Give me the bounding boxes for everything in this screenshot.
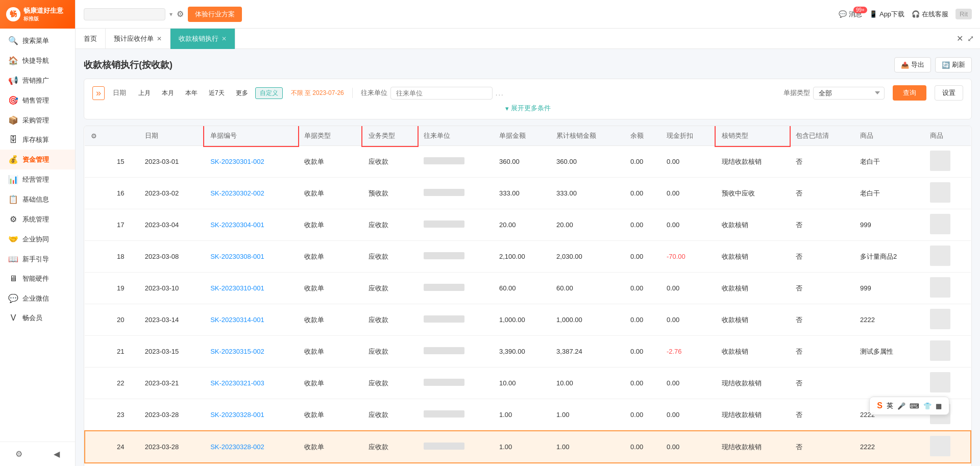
doc-no-link[interactable]: SK-20230301-002	[210, 158, 264, 165]
sidebar-item-inventory[interactable]: 🗄 库存核算	[0, 130, 75, 150]
sidebar-item-nav[interactable]: 🏠 快捷导航	[0, 51, 75, 70]
filter-expand-icon[interactable]: »	[92, 86, 105, 100]
sidebar-item-hardware[interactable]: 🖥 智能硬件	[0, 269, 75, 288]
col-no	[111, 126, 139, 146]
cell-no: 21	[111, 336, 139, 367]
tab-close-btn[interactable]: ✕	[957, 34, 963, 43]
query-button[interactable]: 查询	[893, 85, 926, 101]
doc-no-link[interactable]: SK-20230328-002	[210, 443, 264, 451]
cell-include-settled: 否	[790, 399, 854, 431]
sidebar-item-operation[interactable]: 📊 经营管理	[0, 169, 75, 189]
keyboard-icon[interactable]: ⌨	[910, 402, 919, 410]
cell-date: 2023-03-28	[139, 399, 204, 431]
app-download-btn[interactable]: 📱 App下载	[869, 10, 904, 19]
tab-prepay[interactable]: 预计应收付单 ✕	[106, 29, 170, 49]
doc-no-link[interactable]: SK-20230315-002	[210, 348, 264, 355]
last-month-btn[interactable]: 上月	[134, 87, 155, 99]
cell-balance: 0.00	[624, 209, 660, 241]
col-settings[interactable]: ⚙	[85, 126, 111, 146]
cell-doc-type: 红字收款单	[298, 463, 362, 466]
refresh-button[interactable]: 🔄 刷新	[935, 57, 972, 72]
online-service-btn[interactable]: 🎧 在线客服	[912, 10, 948, 19]
doc-no-link[interactable]: SK-20230328-001	[210, 411, 264, 419]
shirt-icon[interactable]: 👕	[923, 402, 932, 410]
doc-no-link[interactable]: SK-20230310-001	[210, 284, 264, 292]
settings-icon[interactable]: ⚙	[177, 9, 184, 19]
sidebar-item-sales[interactable]: 🎯 销售管理	[0, 90, 75, 110]
sidebar-label-purchase: 采购管理	[22, 116, 49, 125]
refresh-icon: 🔄	[942, 61, 950, 69]
collection-tab-close[interactable]: ✕	[222, 35, 227, 42]
doc-no-link[interactable]: SK-20230314-001	[210, 316, 264, 324]
custom-date-btn[interactable]: 自定义	[255, 87, 283, 99]
cell-no: 17	[111, 209, 139, 241]
message-btn[interactable]: 💬 消息 99+	[839, 10, 862, 19]
table-row[interactable]: 15 2023-03-01 SK-20230301-002 收款单 应收款 36…	[85, 146, 971, 178]
cell-writeoff: -2,430.00	[550, 463, 624, 466]
sidebar-item-vip[interactable]: V 畅会员	[0, 308, 75, 328]
sidebar-item-wechat[interactable]: 💬 企业微信	[0, 288, 75, 308]
tab-home[interactable]: 首页	[76, 29, 106, 49]
more-date-btn[interactable]: 更多	[232, 87, 252, 99]
unit-filter-more-btn[interactable]: ...	[496, 89, 504, 97]
cell-balance: 0.00	[624, 304, 660, 336]
expand-more-btn[interactable]: ▾ 展开更多条件	[92, 101, 963, 113]
table-row[interactable]: 16 2023-03-02 SK-20230302-002 收款单 预收款 33…	[85, 178, 971, 209]
cell-writeoff: 333.00	[550, 178, 624, 209]
sidebar-item-marketing[interactable]: 📢 营销推广	[0, 70, 75, 90]
search-input[interactable]	[84, 8, 165, 20]
doc-no-link[interactable]: SK-20230308-001	[210, 253, 264, 260]
cell-writeoff: 1.00	[550, 431, 624, 463]
cell-doc-no: SK-20230315-002	[204, 336, 298, 367]
cell-no: 24	[111, 431, 139, 463]
table-row[interactable]: 17 2023-03-04 SK-20230304-001 收款单 应收款 20…	[85, 209, 971, 241]
doc-no-link[interactable]: SK-20230304-001	[210, 221, 264, 229]
main-area: ▾ ⚙ 体验行业方案 💬 消息 99+ 📱 App下载 🎧 在线客服 Rit 首…	[76, 0, 980, 466]
refresh-label: 刷新	[952, 60, 965, 69]
sidebar-item-basic[interactable]: 📋 基础信息	[0, 189, 75, 209]
prepay-tab-close[interactable]: ✕	[157, 35, 162, 42]
sidebar-label-enterprise: 企业协同	[22, 235, 49, 244]
cell-biz-type: 应收款	[362, 241, 418, 273]
table-row[interactable]: 22 2023-03-21 SK-20230321-003 收款单 应收款 10…	[85, 367, 971, 399]
mic-icon[interactable]: 🎤	[897, 402, 905, 410]
grid-icon[interactable]: ▦	[936, 402, 942, 410]
watermark-text: 英	[887, 401, 893, 410]
sidebar-item-finance[interactable]: 💰 资金管理	[0, 150, 75, 169]
type-filter-select[interactable]: 全部 收款单 红字收款单	[813, 87, 885, 100]
collapse-btn[interactable]: ◀	[51, 446, 63, 462]
unit-filter-input[interactable]	[390, 87, 493, 100]
export-button[interactable]: 📤 导出	[894, 57, 931, 72]
table-row[interactable]: 20 2023-03-14 SK-20230314-001 收款单 应收款 1,…	[85, 304, 971, 336]
cell-amount: 333.00	[493, 178, 550, 209]
table-row[interactable]: 24 2023-03-28 SK-20230328-002 收款单 应收款 1.…	[85, 431, 971, 463]
settings-footer-btn[interactable]: ⚙	[12, 446, 26, 462]
tab-collection[interactable]: 收款核销执行 ✕	[170, 29, 235, 49]
doc-no-link[interactable]: SK-20230302-002	[210, 189, 264, 197]
user-avatar[interactable]: Rit	[955, 9, 972, 19]
doc-no-link[interactable]: SK-20230321-003	[210, 379, 264, 387]
table-row[interactable]: 18 2023-03-08 SK-20230308-001 收款单 应收款 2,…	[85, 241, 971, 273]
page-content: 收款核销执行(按收款) 📤 导出 🔄 刷新 » 日期 上月	[76, 49, 980, 466]
sidebar-item-purchase[interactable]: 📦 采购管理	[0, 110, 75, 130]
solution-button[interactable]: 体验行业方案	[188, 7, 242, 22]
sidebar-item-guide[interactable]: 📖 新手引导	[0, 249, 75, 269]
dropdown-arrow-icon[interactable]: ▾	[169, 11, 173, 18]
this-year-btn[interactable]: 本年	[181, 87, 202, 99]
table-row[interactable]: 19 2023-03-10 SK-20230310-001 收款单 应收款 60…	[85, 273, 971, 304]
sidebar-item-search[interactable]: 🔍 搜索菜单	[0, 31, 75, 51]
last7-btn[interactable]: 近7天	[205, 87, 229, 99]
cell-goods: 测试jun	[854, 463, 924, 466]
tab-expand-btn[interactable]: ⤢	[967, 34, 974, 43]
cell-doc-type: 收款单	[298, 431, 362, 463]
filter-settings-button[interactable]: 设置	[935, 85, 963, 101]
sidebar-item-enterprise[interactable]: 🤝 企业协同	[0, 229, 75, 249]
this-month-btn[interactable]: 本月	[158, 87, 178, 99]
table-row[interactable]: 21 2023-03-15 SK-20230315-002 收款单 应收款 3,…	[85, 336, 971, 367]
table-row[interactable]: 25 2023-03-31 SK-20230331-002 红字收款单 应收款 …	[85, 463, 971, 466]
cell-settings	[85, 304, 111, 336]
table-row[interactable]: 23 2023-03-28 SK-20230328-001 收款单 应收款 1.…	[85, 399, 971, 431]
sidebar-item-system[interactable]: ⚙ 系统管理	[0, 209, 75, 229]
cell-goods2	[924, 209, 971, 241]
cell-date: 2023-03-28	[139, 431, 204, 463]
